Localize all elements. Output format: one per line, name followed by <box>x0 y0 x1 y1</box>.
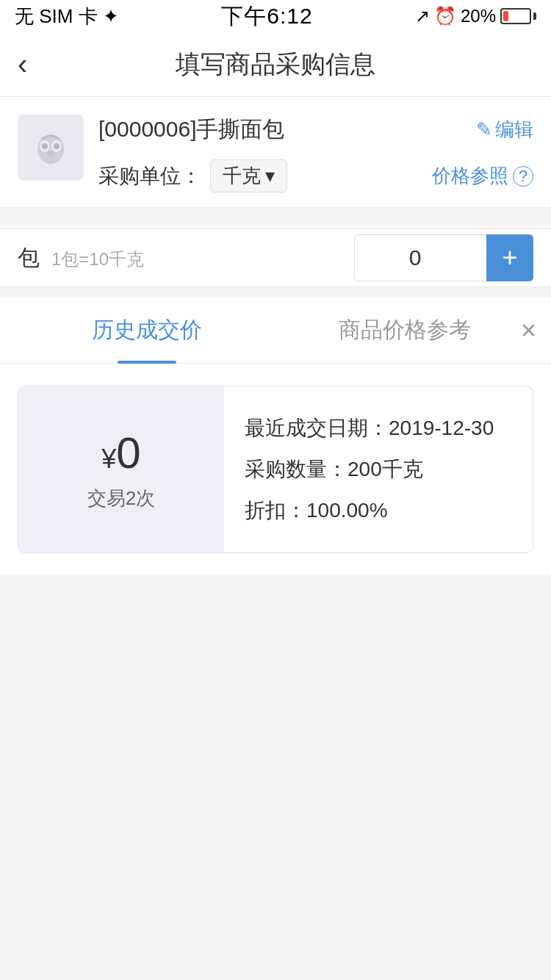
alarm-icon: ⏰ <box>434 6 456 26</box>
currency-symbol: ¥ <box>101 444 116 474</box>
discount-value: 100.00% <box>306 499 388 522</box>
tab-product-label: 商品价格参考 <box>339 315 471 345</box>
unit-select[interactable]: 千克 ▾ <box>210 159 287 192</box>
unit-value: 千克 <box>223 163 261 189</box>
edit-icon: ✎ <box>476 118 492 141</box>
tab-history-label: 历史成交价 <box>92 315 202 345</box>
product-section: [0000006]手撕面包 ✎ 编辑 采购单位： 千克 ▾ 价格参照 ? <box>0 97 551 208</box>
svg-point-4 <box>54 143 60 149</box>
quantity-label: 采购数量： <box>245 458 347 480</box>
page-title: 填写商品采购信息 <box>176 48 375 82</box>
discount-row: 折扣：100.00% <box>245 495 512 526</box>
status-right: ↗ ⏰ 20% <box>415 6 536 26</box>
chevron-down-icon: ▾ <box>265 165 275 187</box>
latest-date-row: 最近成交日期：2019-12-30 <box>245 413 512 444</box>
edit-button[interactable]: ✎ 编辑 <box>476 117 533 143</box>
status-bar: 无 SIM 卡 ✦ 下午6:12 ↗ ⏰ 20% <box>0 0 551 32</box>
price-card-left: ¥0 交易2次 <box>18 386 224 552</box>
quantity-hint: 1包=10千克 <box>51 248 144 271</box>
price-value: 0 <box>116 428 140 478</box>
svg-point-3 <box>42 143 48 149</box>
quantity-input-area: + <box>354 234 533 281</box>
quantity-unit: 包 <box>18 243 40 273</box>
nav-bar: ‹ 填写商品采购信息 <box>0 32 551 97</box>
trades-count: 交易2次 <box>87 486 155 511</box>
battery-icon <box>500 8 536 24</box>
main-background <box>0 575 551 980</box>
price-card: ¥0 交易2次 最近成交日期：2019-12-30 采购数量：200千克 折扣：… <box>18 386 533 553</box>
price-ref-button[interactable]: 价格参照 ? <box>432 163 533 189</box>
signal-text: 无 SIM 卡 ✦ <box>15 4 119 29</box>
tab-history-price[interactable]: 历史成交价 <box>18 298 276 364</box>
quantity-row: 采购数量：200千克 <box>245 454 512 485</box>
quantity-section: 包 1包=10千克 + <box>0 228 551 287</box>
location-icon: ↗ <box>415 6 430 26</box>
tab-product-price-ref[interactable]: 商品价格参考 <box>276 298 533 364</box>
status-left: 无 SIM 卡 ✦ <box>15 4 119 29</box>
svg-point-5 <box>47 151 54 156</box>
product-thumbnail <box>18 115 84 181</box>
plus-icon: + <box>502 242 517 273</box>
divider-1 <box>0 208 551 218</box>
help-icon: ? <box>513 166 533 187</box>
quantity-label-area: 包 1包=10千克 <box>18 243 144 273</box>
tab-close-button[interactable]: × <box>521 315 536 346</box>
battery-percent: 20% <box>461 6 496 26</box>
status-time: 下午6:12 <box>221 1 312 32</box>
price-card-right: 最近成交日期：2019-12-30 采购数量：200千克 折扣：100.00% <box>224 386 533 552</box>
edit-label: 编辑 <box>495 117 533 143</box>
product-info: [0000006]手撕面包 ✎ 编辑 采购单位： 千克 ▾ 价格参照 ? <box>98 115 533 192</box>
unit-label: 采购单位： <box>98 162 201 190</box>
quantity-plus-button[interactable]: + <box>486 234 533 281</box>
price-display: ¥0 <box>101 428 140 478</box>
history-content: ¥0 交易2次 最近成交日期：2019-12-30 采购数量：200千克 折扣：… <box>0 364 551 575</box>
discount-label: 折扣： <box>245 499 306 522</box>
quantity-input[interactable] <box>354 234 486 281</box>
tabs-container: 历史成交价 商品价格参考 × <box>0 298 551 364</box>
latest-date-value: 2019-12-30 <box>389 417 494 439</box>
tab-indicator <box>118 361 176 364</box>
price-ref-label: 价格参照 <box>432 163 508 189</box>
product-name: [0000006]手撕面包 <box>98 115 284 145</box>
latest-date-label: 最近成交日期： <box>245 417 389 439</box>
quantity-value: 200千克 <box>347 458 423 480</box>
back-button[interactable]: ‹ <box>18 48 27 81</box>
